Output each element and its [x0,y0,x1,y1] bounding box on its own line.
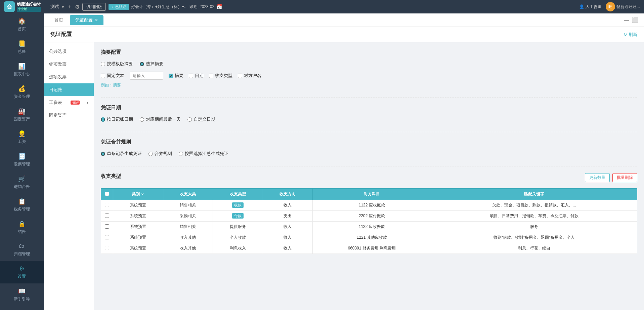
sidebar-item-tax[interactable]: 📋 税务管理 [0,194,44,216]
check-income-type[interactable]: 收支类型 [209,73,232,79]
row-checkbox-3[interactable] [105,235,109,239]
switch-version-button[interactable]: 切到旧版 [82,3,106,11]
check-summary-label: 摘要 [175,73,183,79]
cell-account-3: 1221 其他应收款 [313,232,431,243]
radio-period-last[interactable]: 对应期间最后一天 [140,116,181,122]
divider-1 [101,98,637,98]
minimize-button[interactable]: — [624,17,629,23]
type-badge-0[interactable]: 收款 [232,202,244,208]
radio-template-summary[interactable]: 按模板版摘要 [101,61,133,67]
nav-item-public[interactable]: 公共选项 [44,45,94,58]
reports-icon: 📊 [18,63,26,70]
sidebar-item-settings[interactable]: ⚙ 设置 [0,261,44,283]
page-title: 凭证配置 [50,31,72,38]
batch-delete-button[interactable]: 批量删除 [612,173,637,182]
nav-item-sales-invoice[interactable]: 销项发票 [44,58,94,71]
sidebar-item-close[interactable]: 🔒 结账 [0,216,44,239]
sidebar-item-home[interactable]: 🏠 首页 [0,13,44,36]
cell-type-3: 个人收款 [213,232,263,243]
row-checkbox-4[interactable] [105,246,109,250]
period-value: 2023-02 [200,4,214,9]
fixed-text-input[interactable] [130,72,163,80]
user-area[interactable]: 旺 畅捷通旺旺... [606,2,640,11]
divider-3 [101,166,637,166]
check-income-type-label: 收支类型 [215,73,232,79]
service-button[interactable]: 👤 人工咨询 [579,4,602,10]
radio-single-record[interactable]: 单条记录生成凭证 [101,151,142,157]
sidebar-item-member[interactable]: 👑 畅会员 [0,306,44,310]
sidebar-label-funds: 资金管理 [14,94,30,100]
sidebar-item-archive[interactable]: 🗂 归档管理 [0,239,44,261]
summary-radio-group: 按模板版摘要 选择摘要 [101,61,637,67]
nav-item-payroll[interactable]: 工资表NEW › [44,96,94,109]
workspace-arrow-icon[interactable]: ▾ [62,4,64,9]
sidebar-item-guide[interactable]: 📖 新手引导 [0,283,44,306]
guide-icon: 📖 [18,287,26,295]
table-row: 系统预置销售相关收款收入1122 应收账款欠款、现金、项目款、到款、报销款、汇入… [101,200,637,211]
radio-select-summary[interactable]: 选择摘要 [140,61,163,67]
radio-journal-date-label: 按日记账日期 [107,116,133,122]
select-all-checkbox[interactable] [105,192,109,196]
th-keywords: 匹配关键字 [431,189,637,200]
sidebar-item-invoice[interactable]: 🧾 发票管理 [0,149,44,171]
cell-type-4: 利息收入 [213,243,263,254]
type-badge-1[interactable]: 付款 [232,213,244,219]
workspace-name: 测试 [50,4,59,10]
check-fixed-text[interactable]: 固定文本 [101,73,124,79]
sidebar-item-ledger[interactable]: 📒 总账 [0,36,44,59]
maximize-button[interactable]: ⬜ [632,17,639,23]
sidebar-item-assets[interactable]: 🏭 固定资产 [0,104,44,126]
sidebar-item-payroll[interactable]: 👷 工资 [0,126,44,149]
close-books-icon: 🔒 [18,220,26,228]
tab-voucher-config[interactable]: 凭证配置 ✕ [70,15,103,25]
row-checkbox-1[interactable] [105,214,109,218]
cell-direction-3: 收入 [263,232,313,243]
settings-icon[interactable]: ⚙ [75,4,80,10]
sidebar-label-archive: 归档管理 [14,251,30,257]
merge-radio-group: 单条记录生成凭证 合并规则 按照选择汇总生成凭证 [101,151,637,157]
nav-item-purchase-invoice[interactable]: 进项发票 [44,71,94,83]
merge-rule-section: 凭证合并规则 单条记录生成凭证 合并规则 按照选择汇总生成凭证 [101,139,637,157]
fixed-text-label: 固定文本 [107,73,124,79]
date-radio-group: 按日记账日期 对应期间最后一天 自定义日期 [101,116,637,122]
sidebar-label-settings: 设置 [18,274,26,279]
sidebar-item-reports[interactable]: 📊 报表中心 [0,59,44,81]
cell-major-4: 收入其他 [163,243,213,254]
sidebar: 🏠 首页 📒 总账 📊 报表中心 💰 资金管理 🏭 固定资产 👷 工资 🧾 发票… [0,13,44,310]
cell-major-0: 销售相关 [163,200,213,211]
check-counterpart[interactable]: 对方户名 [238,73,261,79]
add-icon[interactable]: ＋ [67,3,72,10]
cell-type-1: 付款 [213,211,263,222]
radio-summary-generate[interactable]: 按照选择汇总生成凭证 [179,151,228,157]
update-button[interactable]: 更新数量 [585,173,610,182]
radio-journal-date[interactable]: 按日记账日期 [101,116,133,122]
tab-home[interactable]: 首页 [49,15,69,25]
assets-icon: 🏭 [18,108,26,115]
app-edition: 专业版 [17,7,41,12]
calendar-icon[interactable]: 📅 [216,4,222,9]
th-category: 类别 ∨ [113,189,163,200]
cell-category-1: 系统预置 [113,211,163,222]
nav-item-journal[interactable]: 日记账 [44,83,94,96]
divider-2 [101,132,637,132]
content-area: 首页 凭证配置 ✕ — ⬜ 凭证配置 ↻ 刷新 公共选项 销项发票 [44,13,644,310]
radio-custom-date[interactable]: 自定义日期 [187,116,215,122]
row-checkbox-0[interactable] [105,203,109,207]
cell-account-2: 1122 应收账款 [313,222,431,232]
check-date[interactable]: 日期 [189,73,204,79]
sidebar-item-purchase[interactable]: 🛒 进销台账 [0,171,44,194]
radio-merge-rule[interactable]: 合并规则 [148,151,172,157]
sidebar-item-funds[interactable]: 💰 资金管理 [0,81,44,104]
page-header: 凭证配置 ↻ 刷新 [44,27,644,42]
content-scroll: 公共选项 销项发票 进项发票 日记账 工资表NEW › 固定资产 摘要配置 [44,42,644,310]
sidebar-label-home: 首页 [18,26,26,32]
row-checkbox-2[interactable] [105,224,109,229]
sidebar-label-invoice: 发票管理 [14,161,30,167]
refresh-button[interactable]: ↻ 刷新 [624,32,637,38]
tab-close-icon[interactable]: ✕ [95,18,98,23]
tax-icon: 📋 [18,198,26,205]
cell-account-1: 2202 应付账款 [313,211,431,222]
check-summary[interactable]: 摘要 [169,73,183,79]
nav-item-fixed-assets[interactable]: 固定资产 [44,109,94,122]
radio-single-label: 单条记录生成凭证 [107,151,142,157]
